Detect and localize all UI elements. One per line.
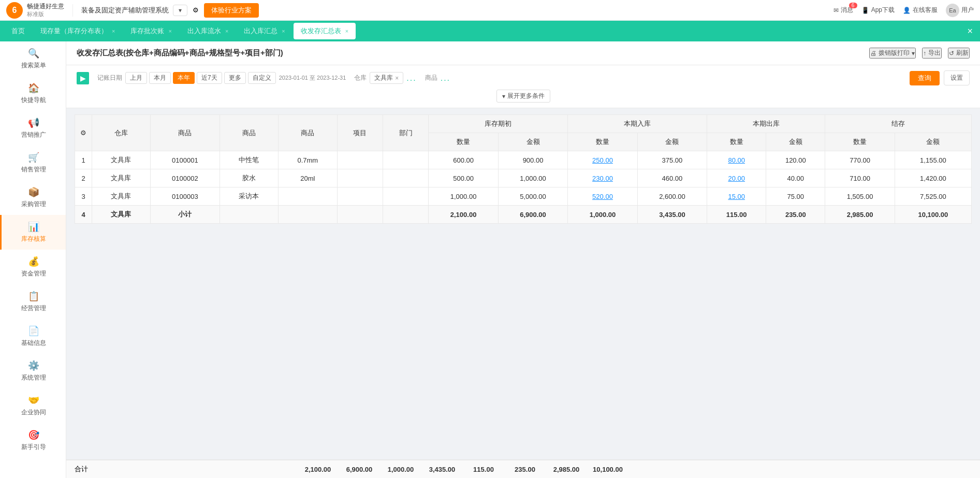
row-in-qty[interactable]: 520.00 (568, 187, 637, 206)
row-out-amt: 75.00 (766, 187, 825, 206)
footer-opening-amt: 6,900.00 (339, 466, 380, 473)
date-buttons: 上月 本月 本年 近7天 更多 自定义 (125, 72, 276, 84)
row-in-qty[interactable]: 1,000.00 (568, 206, 637, 224)
th-opening-amt: 金额 (498, 133, 567, 151)
row-in-amt: 2,600.00 (637, 187, 707, 206)
warehouse-more-button[interactable]: ... (406, 74, 416, 83)
date-btn-last-month[interactable]: 上月 (125, 72, 147, 84)
refresh-icon: ↺ (949, 50, 954, 57)
th-department: 部门 (383, 115, 429, 151)
close-tab-inout-flow[interactable]: × (225, 28, 228, 34)
table-row: 4文具库小计2,100.006,900.001,000.003,435.0011… (75, 206, 972, 224)
app-download-button[interactable]: 📱 App下载 (861, 6, 895, 15)
search-icon: 🔍 (28, 48, 39, 59)
row-opening-qty: 500.00 (429, 169, 498, 187)
row-project (337, 169, 383, 187)
row-out-qty[interactable]: 115.00 (707, 206, 766, 224)
warehouse-filter: 仓库 文具库 × ... (354, 72, 416, 84)
sidebar-item-base-info[interactable]: 📄 基础信息 (0, 319, 66, 354)
sidebar-item-guide[interactable]: 🎯 新手引导 (0, 423, 66, 458)
date-btn-7days[interactable]: 近7天 (197, 72, 222, 84)
filter-settings-button[interactable]: 设置 (944, 70, 970, 85)
tab-home[interactable]: 首页 (4, 23, 32, 39)
sidebar-item-inventory[interactable]: 📊 库存核算 (0, 215, 66, 250)
trial-button[interactable]: 体验行业方案 (204, 3, 259, 18)
row-goods-name: 胶水 (220, 169, 279, 187)
date-btn-more[interactable]: 更多 (224, 72, 246, 84)
date-btn-this-month[interactable]: 本月 (149, 72, 171, 84)
row-goods-spec (278, 187, 337, 206)
sidebar-item-quick-nav[interactable]: 🏠 快捷导航 (0, 76, 66, 111)
expand-conditions-button[interactable]: ▾ 展开更多条件 (496, 90, 550, 103)
date-label: 记账日期 (97, 74, 122, 82)
query-button[interactable]: 查询 (910, 71, 940, 85)
row-goods-code: 小计 (150, 206, 220, 224)
close-tab-batch[interactable]: × (168, 28, 171, 34)
home-icon: 🏠 (28, 82, 39, 94)
row-out-qty[interactable]: 15.00 (707, 187, 766, 206)
tab-inout-flow[interactable]: 出入库流水 × (180, 23, 236, 39)
row-no: 2 (75, 169, 92, 187)
app-logo: 6 (6, 2, 23, 19)
th-settings: ⚙ (75, 115, 92, 151)
app-title: 畅捷通好生意 标准版 (27, 3, 64, 18)
goods-more-button[interactable]: ... (441, 74, 450, 83)
date-btn-custom[interactable]: 自定义 (248, 72, 276, 84)
close-all-tabs-button[interactable]: × (964, 26, 976, 37)
remove-warehouse-button[interactable]: × (395, 75, 399, 82)
user-button[interactable]: Ea 用户 (946, 4, 974, 17)
table-row: 2文具库0100002胶水20ml500.001,000.00230.00460… (75, 169, 972, 187)
tab-inout-summary[interactable]: 出入库汇总 × (237, 23, 292, 39)
avatar: Ea (946, 4, 959, 17)
row-in-amt: 375.00 (637, 151, 707, 169)
tab-inventory-dist[interactable]: 现存量（库存分布表） × (33, 23, 122, 39)
filter-bar: ▶ 记账日期 上月 本月 本年 近7天 更多 自定义 2023-01-01 至 … (66, 65, 980, 108)
sidebar-item-sales[interactable]: 🛒 销售管理 (0, 146, 66, 180)
sidebar-item-cooperation[interactable]: 🤝 企业协同 (0, 388, 66, 423)
row-goods-name: 采访本 (220, 187, 279, 206)
sidebar: 🔍 搜索菜单 🏠 快捷导航 📢 营销推广 🛒 销售管理 📦 采购管理 📊 库存核… (0, 41, 66, 478)
row-department (383, 151, 429, 169)
online-service-button[interactable]: 👤 在线客服 (903, 6, 938, 15)
row-in-amt: 3,435.00 (637, 206, 707, 224)
row-closing-amt: 1,420.00 (895, 169, 971, 187)
th-out-amt: 金额 (766, 133, 825, 151)
settings-icon[interactable]: ⚙ (192, 6, 200, 15)
row-in-qty[interactable]: 250.00 (568, 151, 637, 169)
sidebar-item-purchase[interactable]: 📦 采购管理 (0, 180, 66, 215)
tab-batch[interactable]: 库存批次账 × (123, 23, 179, 39)
export-icon: ↑ (923, 50, 926, 57)
row-out-amt: 40.00 (766, 169, 825, 187)
print-button[interactable]: 🖨 拨销版打印 ▾ (869, 48, 916, 59)
refresh-button[interactable]: ↺ 刷新 (948, 48, 970, 59)
date-btn-this-year[interactable]: 本年 (173, 72, 195, 84)
close-tab-recv-send[interactable]: × (345, 28, 348, 34)
row-out-amt: 235.00 (766, 206, 825, 224)
sidebar-item-system[interactable]: ⚙️ 系统管理 (0, 354, 66, 388)
row-no: 3 (75, 187, 92, 206)
sidebar-item-finance[interactable]: 💰 资金管理 (0, 250, 66, 284)
close-tab-inventory-dist[interactable]: × (112, 28, 115, 34)
tab-recv-send[interactable]: 收发存汇总表 × (294, 23, 356, 39)
footer-closing-qty: 2,985.00 (546, 466, 587, 473)
th-out-group: 本期出库 (707, 115, 825, 133)
nav-tabs: 首页 现存量（库存分布表） × 库存批次账 × 出入库流水 × 出入库汇总 × … (0, 21, 980, 41)
row-out-qty[interactable]: 20.00 (707, 169, 766, 187)
table-container: ⚙ 仓库 商品 商品 商品 项目 部门 库存期初 本期入库 本期出库 结存 数量 (66, 108, 980, 459)
sidebar-item-marketing[interactable]: 📢 营销推广 (0, 111, 66, 146)
footer-opening-qty: 2,100.00 (297, 466, 339, 473)
export-button[interactable]: ↑ 导出 (922, 48, 942, 59)
close-tab-inout-summary[interactable]: × (282, 28, 285, 34)
row-warehouse: 文具库 (92, 206, 151, 224)
print-chevron-icon: ▾ (912, 50, 915, 57)
th-in-group: 本期入库 (568, 115, 707, 133)
sidebar-item-operation[interactable]: 📋 经营管理 (0, 284, 66, 319)
row-out-qty[interactable]: 80.00 (707, 151, 766, 169)
sidebar-item-search[interactable]: 🔍 搜索菜单 (0, 41, 66, 76)
top-bar: 6 畅捷通好生意 标准版 装备及固定资产辅助管理系统 ▾ ⚙ 体验行业方案 ✉ … (0, 0, 980, 21)
row-closing-qty: 710.00 (825, 169, 895, 187)
row-in-qty[interactable]: 230.00 (568, 169, 637, 187)
messages-button[interactable]: ✉ 消息 6 (833, 6, 853, 15)
filter-toggle-button[interactable]: ▶ (77, 72, 89, 84)
system-select-button[interactable]: ▾ (173, 5, 187, 16)
